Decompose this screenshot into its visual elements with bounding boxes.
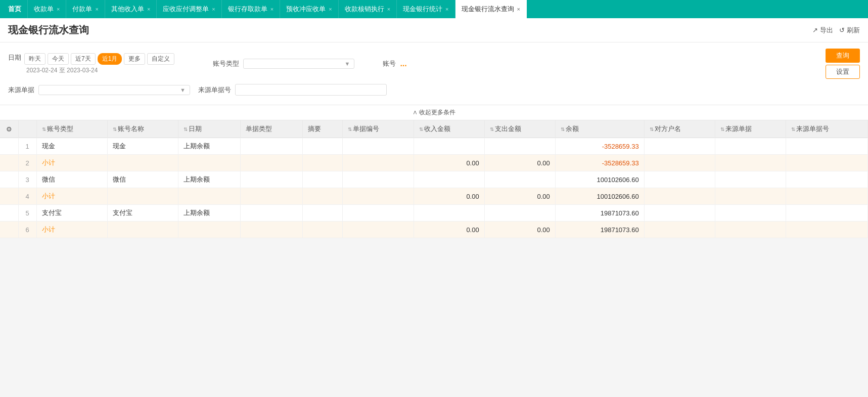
cell-doc_type [240,171,302,188]
date-option-昨天[interactable]: 昨天 [24,53,45,65]
sort-icon: ⇅ [348,126,352,132]
collapse-icon: ∧ [413,109,419,116]
tab-close-icon[interactable]: × [270,6,273,12]
cell-source_doc_no [786,188,867,205]
source-doc-select[interactable]: ▼ [38,85,190,95]
cell-counterparty [644,155,715,171]
export-button[interactable]: ↗ 导出 [812,26,833,35]
sort-icon: ⇅ [490,126,494,132]
sort-icon: ⇅ [184,126,188,132]
filter-row-1: 日期 昨天今天近7天近1月更多自定义 2023-02-24 至 2023-03-… [8,49,860,79]
cell-account_type: 小计 [36,222,107,238]
tab-close-icon[interactable]: × [387,6,390,12]
cell-counterparty [644,222,715,238]
refresh-button[interactable]: ↺ 刷新 [839,26,860,35]
tab-close-icon[interactable]: × [329,6,332,12]
col-header-income[interactable]: ⇅收入金额 [414,120,484,138]
settings-gear-icon[interactable]: ⚙ [6,125,12,133]
tab-close-icon[interactable]: × [57,6,60,12]
row-settings-cell [0,188,18,205]
table-row: 5支付宝支付宝上期余额19871073.60 [0,205,868,222]
tab-close-icon[interactable]: × [147,6,150,12]
col-header-row_num [18,120,36,138]
source-doc-no-label: 来源单据号 [198,85,231,95]
nav-tab-收款单[interactable]: 收款单× [28,0,66,18]
col-header-date[interactable]: ⇅日期 [178,120,240,138]
cell-date: 上期余额 [178,171,240,188]
nav-tab-其他收入单[interactable]: 其他收入单× [105,0,157,18]
col-header-doc_no[interactable]: ⇅单据编号 [343,120,414,138]
source-doc-no-input[interactable] [235,84,387,96]
header-actions: ↗ 导出 ↺ 刷新 [812,26,860,35]
cell-doc_type [240,222,302,238]
cell-account_name: 现金 [107,138,178,155]
setting-button[interactable]: 设置 [826,65,860,79]
table-row: 1现金现金上期余额-3528659.33 [0,138,868,155]
col-header-counterparty[interactable]: ⇅对方户名 [644,120,715,138]
cell-summary [303,138,343,155]
date-option-今天[interactable]: 今天 [48,53,69,65]
col-header-account_name[interactable]: ⇅账号名称 [107,120,178,138]
cell-income [414,138,484,155]
cell-source_doc_no [786,155,867,171]
sort-icon: ⇅ [42,126,46,132]
collapse-label: 收起更多条件 [419,109,455,116]
account-type-filter: 账号类型 ▼ [213,59,354,69]
date-option-更多[interactable]: 更多 [124,53,145,65]
refresh-icon: ↺ [839,26,845,34]
date-option-近1月[interactable]: 近1月 [98,53,122,65]
cell-account_type: 小计 [36,155,107,171]
cell-balance: 100102606.60 [555,171,644,188]
row-settings-cell [0,138,18,155]
date-filter-group: 日期 昨天今天近7天近1月更多自定义 2023-02-24 至 2023-03-… [8,53,174,75]
nav-tab-收款核销执行[interactable]: 收款核销执行× [339,0,397,18]
cell-income: 0.00 [414,222,484,238]
row-settings-cell [0,171,18,188]
cell-expense: 0.00 [484,155,555,171]
date-option-近7天[interactable]: 近7天 [71,53,96,65]
cell-income [414,171,484,188]
col-header-source_doc_no[interactable]: ⇅来源单据号 [786,120,867,138]
cell-account_type: 支付宝 [36,205,107,222]
cell-balance: -3528659.33 [555,155,644,171]
more-options-dots[interactable]: ... [400,59,406,68]
nav-tab-现金银行流水查询[interactable]: 现金银行流水查询× [455,0,527,18]
cell-balance: 19871073.60 [555,205,644,222]
date-option-自定义[interactable]: 自定义 [147,53,174,65]
cell-account_type: 现金 [36,138,107,155]
cell-doc_no [343,171,414,188]
col-header-balance[interactable]: ⇅余额 [555,120,644,138]
nav-tab-付款单[interactable]: 付款单× [66,0,105,18]
tab-close-icon[interactable]: × [95,6,98,12]
data-table-container: ⚙⇅账号类型⇅账号名称⇅日期单据类型摘要⇅单据编号⇅收入金额⇅支出金额⇅余额⇅对… [0,120,868,238]
cell-account_name [107,188,178,205]
nav-tab-银行存取款单[interactable]: 银行存取款单× [222,0,280,18]
col-header-expense[interactable]: ⇅支出金额 [484,120,555,138]
cell-summary [303,171,343,188]
cell-counterparty [644,205,715,222]
cell-summary [303,188,343,205]
row-settings-cell [0,222,18,238]
col-header-account_type[interactable]: ⇅账号类型 [36,120,107,138]
tab-close-icon[interactable]: × [517,6,520,12]
cell-counterparty [644,171,715,188]
cell-balance: -3528659.33 [555,138,644,155]
account-type-select[interactable]: ▼ [243,59,354,69]
cell-expense [484,171,555,188]
cell-doc_type [240,138,302,155]
cell-doc_no [343,222,414,238]
col-header-source_doc[interactable]: ⇅来源单据 [715,120,786,138]
nav-tab-预收冲应收单[interactable]: 预收冲应收单× [280,0,338,18]
collapse-bar[interactable]: ∧ 收起更多条件 [0,105,868,120]
row-number: 3 [18,171,36,188]
cell-balance: 100102606.60 [555,188,644,205]
nav-tab-现金银行统计[interactable]: 现金银行统计× [397,0,455,18]
cell-date: 上期余额 [178,205,240,222]
tab-close-icon[interactable]: × [445,6,448,12]
nav-tab-应收应付调整单[interactable]: 应收应付调整单× [157,0,221,18]
filter-area: 日期 昨天今天近7天近1月更多自定义 2023-02-24 至 2023-03-… [0,42,868,105]
nav-home[interactable]: 首页 [2,0,28,18]
col-header-settings: ⚙ [0,120,18,138]
query-button[interactable]: 查询 [826,49,860,63]
tab-close-icon[interactable]: × [212,6,215,12]
